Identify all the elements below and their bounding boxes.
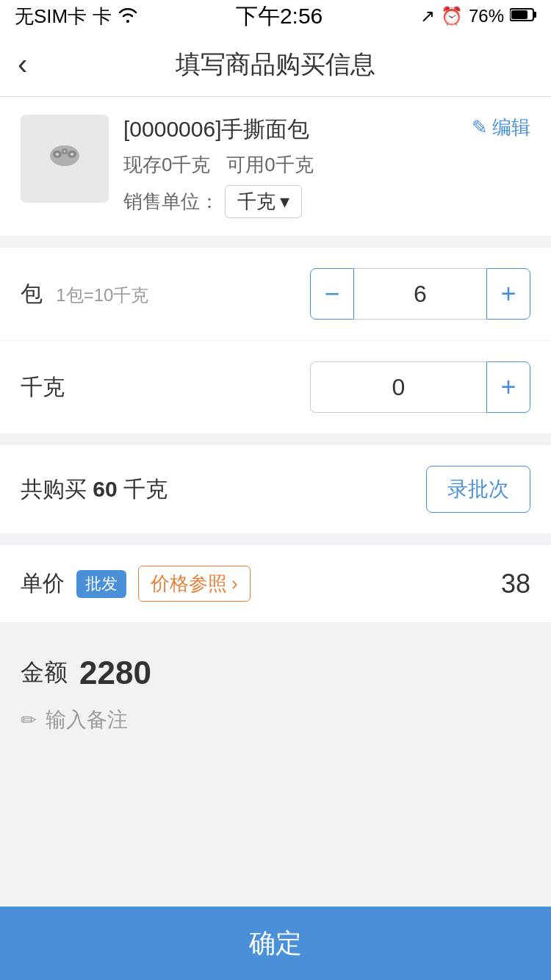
record-batch-button[interactable]: 录批次 <box>426 466 530 513</box>
kg-label: 千克 <box>21 372 310 403</box>
price-label: 单价 <box>21 569 65 599</box>
kg-plus-button[interactable]: + <box>486 361 530 413</box>
total-label: 共购买 60 千克 <box>21 475 168 505</box>
total-value: 60 <box>93 477 117 501</box>
bao-label: 包 1包=10千克 <box>21 279 310 309</box>
status-left: 无SIM卡 卡 <box>15 4 138 29</box>
amount-value: 2280 <box>79 655 151 691</box>
price-ref-button[interactable]: 价格参照 › <box>138 566 251 602</box>
svg-point-9 <box>64 151 66 153</box>
dropdown-icon: ▾ <box>280 190 289 213</box>
remark-icon: ✏ <box>21 709 37 732</box>
unit-select[interactable]: 千克 ▾ <box>225 185 302 218</box>
status-bar: 无SIM卡 卡 下午2:56 ↗ ⏰ 76% <box>0 0 551 32</box>
product-info: [0000006]手撕面包 现存0千克 可用0千克 销售单位： 千克 ▾ <box>123 115 530 218</box>
bao-sub: 1包=10千克 <box>56 285 148 305</box>
bao-quantity-control: − + <box>310 268 530 320</box>
sim-icon: 卡 <box>93 4 112 29</box>
nav-bar: ‹ 填写商品购买信息 <box>0 32 551 97</box>
price-ref-arrow: › <box>231 572 238 595</box>
total-unit: 千克 <box>123 477 168 501</box>
product-name: [0000006]手撕面包 <box>123 115 530 145</box>
price-value: 38 <box>501 569 530 599</box>
svg-rect-2 <box>511 10 527 19</box>
status-time: 下午2:56 <box>236 1 323 32</box>
product-image <box>21 115 109 203</box>
price-row: 单价 批发 价格参照 › 38 <box>0 545 551 622</box>
amount-label: 金额 <box>21 657 68 689</box>
amount-section: 金额 2280 ✏ 输入备注 <box>0 634 551 757</box>
wifi-icon <box>118 5 138 28</box>
amount-row: 金额 2280 <box>21 655 530 691</box>
battery-text: 76% <box>469 6 504 26</box>
carrier-text: 无SIM卡 <box>15 4 87 29</box>
svg-point-8 <box>71 153 74 156</box>
quantity-section: 包 1包=10千克 − + 千克 + <box>0 248 551 433</box>
edit-icon: ✎ <box>472 116 488 139</box>
bao-plus-button[interactable]: + <box>486 268 530 320</box>
status-right: ↗ ⏰ 76% <box>420 6 536 26</box>
product-card: [0000006]手撕面包 现存0千克 可用0千克 销售单位： 千克 ▾ ✎ 编… <box>0 97 551 236</box>
page-title: 填写商品购买信息 <box>176 48 375 82</box>
current-stock: 现存0千克 <box>123 154 210 176</box>
total-section: 共购买 60 千克 录批次 <box>0 445 551 533</box>
kg-quantity-row: 千克 + <box>0 341 551 433</box>
alarm-icon: ⏰ <box>441 6 463 26</box>
svg-point-7 <box>56 153 60 156</box>
unit-label: 销售单位： <box>123 189 219 215</box>
svg-rect-1 <box>533 12 536 18</box>
confirm-button[interactable]: 确定 <box>0 907 551 980</box>
product-unit: 销售单位： 千克 ▾ <box>123 185 530 218</box>
price-ref-label: 价格参照 <box>151 571 227 597</box>
product-stock: 现存0千克 可用0千克 <box>123 152 530 178</box>
edit-button[interactable]: ✎ 编辑 <box>472 115 530 140</box>
bao-quantity-row: 包 1包=10千克 − + <box>0 248 551 341</box>
price-section: 单价 批发 价格参照 › 38 <box>0 545 551 622</box>
location-icon: ↗ <box>420 6 435 26</box>
available-stock: 可用0千克 <box>226 154 313 176</box>
price-tag: 批发 <box>76 570 126 598</box>
remark-placeholder: 输入备注 <box>46 706 128 734</box>
bao-minus-button[interactable]: − <box>310 268 354 320</box>
remark-row[interactable]: ✏ 输入备注 <box>21 703 530 737</box>
kg-quantity-control: + <box>310 361 530 413</box>
back-button[interactable]: ‹ <box>18 48 27 81</box>
kg-quantity-input[interactable] <box>310 361 486 413</box>
bao-quantity-input[interactable] <box>354 268 486 320</box>
battery-icon <box>510 6 536 26</box>
